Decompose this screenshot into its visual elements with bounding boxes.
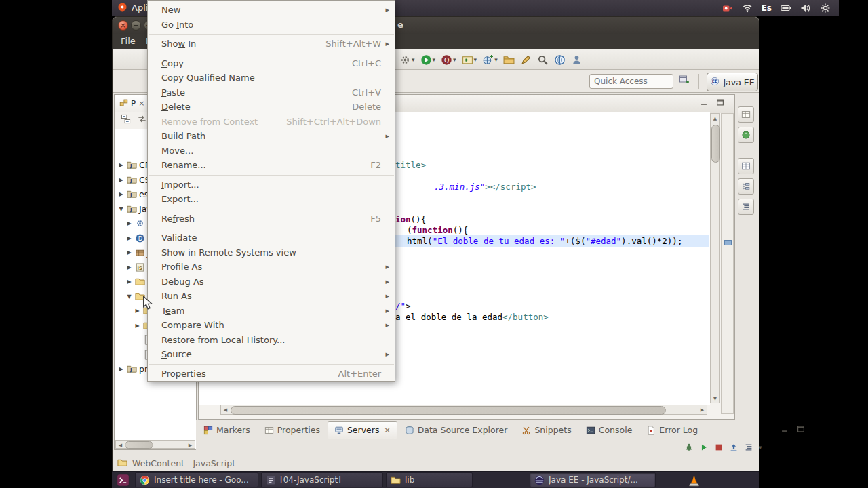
menu-item-move[interactable]: Move...: [148, 144, 395, 159]
dropdown-caret-icon[interactable]: ▾: [412, 56, 415, 63]
dropdown-caret-icon[interactable]: ▾: [494, 56, 498, 63]
window-minimize-button[interactable]: −: [131, 20, 141, 30]
dropdown-caret-icon[interactable]: ▾: [474, 56, 477, 63]
dropdown-caret-icon[interactable]: ▾: [433, 56, 436, 63]
tree-expander-icon[interactable]: ▶: [117, 366, 125, 372]
taskbar-window-lib[interactable]: lib: [386, 472, 473, 487]
search-button[interactable]: [537, 54, 549, 66]
stop-server-icon[interactable]: [714, 443, 724, 452]
scroll-thumb[interactable]: [125, 441, 153, 449]
outline-view-button[interactable]: [738, 199, 754, 215]
menu-item-restore-from-local-history[interactable]: Restore from Local History...: [148, 333, 395, 348]
menu-item-source[interactable]: Source▸: [148, 347, 395, 362]
tree-expander-icon[interactable]: ▶: [134, 323, 141, 329]
wifi-icon[interactable]: [742, 3, 753, 14]
table-view-button[interactable]: [738, 158, 754, 174]
server-list-icon[interactable]: [744, 443, 753, 452]
menu-item-paste[interactable]: PasteCtrl+V: [148, 85, 395, 100]
scroll-right-arrow[interactable]: ▶: [186, 441, 195, 449]
view-menu-caret-icon[interactable]: ▾: [759, 444, 762, 451]
browser-button[interactable]: [554, 54, 566, 66]
open-folder-button[interactable]: [503, 54, 515, 66]
tab-servers[interactable]: Servers×: [328, 421, 397, 439]
scroll-left-arrow[interactable]: ◀: [221, 405, 230, 414]
tree-expander-icon[interactable]: ▶: [134, 308, 141, 314]
menu-item-show-in[interactable]: Show InShift+Alt+W▸: [148, 37, 395, 52]
tab-console[interactable]: Console: [579, 421, 639, 439]
scroll-left-arrow[interactable]: ◀: [116, 441, 125, 449]
taskbar-terminal-icon[interactable]: [115, 473, 131, 487]
publish-server-icon[interactable]: [729, 443, 738, 452]
close-icon[interactable]: ×: [384, 426, 390, 434]
keyboard-layout-indicator[interactable]: Es: [762, 3, 772, 13]
coverage-button[interactable]: Q▾: [441, 54, 456, 66]
quick-access-input[interactable]: [589, 74, 673, 89]
menu-item-run-as[interactable]: Run As▸: [148, 289, 395, 304]
battery-icon[interactable]: [781, 3, 791, 14]
menu-item-team[interactable]: Team▸: [148, 304, 395, 319]
tree-expander-icon[interactable]: ▶: [125, 249, 133, 256]
taskbar-window-insert-title-here-goo[interactable]: Insert title here - Goo...: [135, 472, 258, 487]
tree-expander-icon[interactable]: ▶: [125, 264, 133, 270]
scroll-thumb[interactable]: [231, 406, 666, 415]
close-icon[interactable]: ×: [138, 99, 144, 108]
tree-view-button[interactable]: [738, 178, 754, 195]
maximize-panel-button[interactable]: [714, 97, 726, 109]
tree-expander-icon[interactable]: ▶: [125, 220, 133, 226]
scroll-up-arrow[interactable]: ▲: [711, 114, 719, 123]
taskbar-vlc-icon[interactable]: [685, 473, 703, 487]
tab-markers[interactable]: Markers: [197, 421, 257, 439]
form-view-button[interactable]: [738, 106, 754, 123]
tab-properties[interactable]: Properties: [258, 421, 327, 439]
menu-item-export[interactable]: Export...: [148, 192, 395, 207]
debug-server-icon[interactable]: [684, 443, 694, 452]
tree-expander-icon[interactable]: ▶: [117, 191, 125, 197]
menu-item-validate[interactable]: Validate: [148, 230, 395, 245]
dropdown-caret-icon[interactable]: ▾: [453, 56, 456, 63]
pencil-button[interactable]: [520, 54, 532, 66]
run-button[interactable]: ▾: [420, 54, 436, 66]
taskbar-window-04-javascript[interactable]: [04-JavaScript]: [261, 472, 383, 487]
menu-item-build-path[interactable]: Build Path▸: [148, 129, 395, 144]
tree-expander-icon[interactable]: ▶: [117, 177, 125, 183]
volume-icon[interactable]: [800, 3, 811, 14]
tab-error-log[interactable]: Error Log: [639, 421, 705, 439]
scroll-down-arrow[interactable]: ▼: [711, 394, 719, 403]
debug-config-button[interactable]: ▾: [399, 54, 415, 66]
profile-user-button[interactable]: [571, 54, 583, 66]
minimize-panel-button[interactable]: [698, 97, 710, 109]
tree-expander-icon[interactable]: ▶: [117, 162, 125, 168]
start-server-icon[interactable]: [699, 443, 709, 452]
menu-item-profile-as[interactable]: Profile As▸: [148, 260, 395, 274]
menu-item-copy[interactable]: CopyCtrl+C: [148, 56, 395, 71]
tree-expander-icon[interactable]: ▶: [125, 235, 133, 241]
minimize-panel-button[interactable]: [778, 424, 791, 436]
tab-package-explorer[interactable]: P ×: [115, 95, 150, 112]
taskbar-window-java-ee-javascript[interactable]: Java EE - JavaScript/...: [530, 472, 656, 487]
menu-item-show-in-remote-systems-view[interactable]: Show in Remote Systems view: [148, 245, 395, 260]
maximize-panel-button[interactable]: [795, 424, 807, 436]
menu-item-refres-h[interactable]: Refres​hF5: [148, 211, 395, 226]
link-with-editor-icon[interactable]: [137, 114, 147, 127]
menu-item-delete[interactable]: DeleteDelete: [148, 100, 395, 115]
tree-expander-icon[interactable]: ▶: [125, 279, 133, 285]
window-close-button[interactable]: ×: [118, 20, 128, 30]
scroll-right-arrow[interactable]: ▶: [698, 405, 707, 414]
menu-item-copy-qualified-name[interactable]: Copy Qualified Name: [148, 70, 395, 85]
tree-expander-icon[interactable]: ▼: [125, 293, 133, 300]
scroll-thumb[interactable]: [711, 125, 720, 163]
menu-item-new[interactable]: New▸: [148, 3, 395, 18]
overview-marker[interactable]: [724, 240, 732, 245]
menu-file[interactable]: File: [121, 36, 136, 46]
menu-item-go-into[interactable]: Go Into: [148, 18, 395, 33]
menu-item-properties[interactable]: PropertiesAlt+Enter: [148, 367, 395, 382]
menu-item-rename[interactable]: Rename...F2: [148, 158, 395, 173]
session-menu-icon[interactable]: [820, 3, 831, 14]
new-wizard-button[interactable]: ▾: [462, 54, 477, 66]
menu-item-debug-as[interactable]: Debug As▸: [148, 274, 395, 289]
perspective-java-ee-button[interactable]: EE Java EE: [707, 73, 758, 92]
tab-snippets[interactable]: Snippets: [515, 421, 578, 439]
screen-record-icon[interactable]: [722, 3, 733, 14]
menu-item-compare-with[interactable]: Compare With▸: [148, 318, 395, 333]
tab-data-source-explorer[interactable]: Data Source Explorer: [398, 421, 515, 439]
